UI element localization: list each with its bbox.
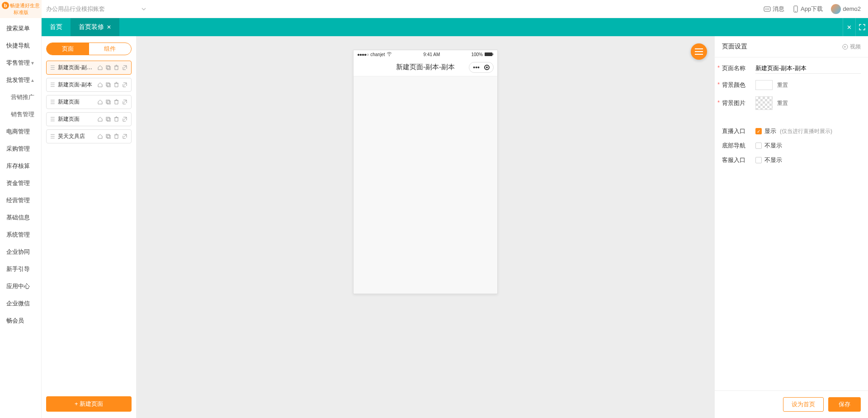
sidebar-item-label: 基础信息 bbox=[6, 214, 30, 222]
account-name: 办公用品行业模拟账套 bbox=[46, 5, 105, 13]
page-list-panel: 页面 组件 ☰新建页面-副本-...☰新建页面-副本☰新建页面☰新建页面☰昊天文… bbox=[42, 36, 137, 418]
phone-preview: ●●●●○ chanjet 9:41 AM 100% 新建页面-副本-副本 ••… bbox=[353, 50, 498, 294]
bgimg-reset[interactable]: 重置 bbox=[777, 100, 788, 107]
close-icon[interactable]: ✕ bbox=[107, 24, 111, 30]
new-page-button[interactable]: + 新建页面 bbox=[46, 396, 132, 412]
drag-icon[interactable]: ☰ bbox=[50, 133, 55, 140]
sidebar-item-11[interactable]: 基础信息 bbox=[0, 209, 41, 226]
video-tutorial-link[interactable]: 视频 bbox=[842, 43, 861, 51]
logo[interactable]: b畅捷通好生意 标准版 bbox=[0, 0, 42, 18]
delete-icon[interactable] bbox=[113, 65, 119, 71]
sidebar-item-label: 营销推广 bbox=[11, 93, 34, 101]
more-icon: ••• bbox=[473, 64, 480, 71]
page-row-4[interactable]: ☰昊天文具店 bbox=[46, 129, 132, 143]
page-row-0[interactable]: ☰新建页面-副本-... bbox=[46, 61, 132, 75]
delete-icon[interactable] bbox=[113, 133, 119, 140]
sidebar-item-9[interactable]: 资金管理 bbox=[0, 175, 41, 192]
tab-home-label: 首页 bbox=[50, 23, 62, 31]
fullscreen-button[interactable] bbox=[855, 18, 868, 36]
phone-body[interactable] bbox=[354, 76, 497, 294]
sidebar-item-16[interactable]: 企业微信 bbox=[0, 295, 41, 312]
share-icon[interactable] bbox=[121, 99, 127, 105]
logo-edition: 标准版 bbox=[14, 9, 28, 16]
page-row-2[interactable]: ☰新建页面 bbox=[46, 95, 132, 109]
tab-close-all-button[interactable]: ✕ bbox=[843, 18, 855, 36]
sidebar-item-10[interactable]: 经营管理 bbox=[0, 192, 41, 209]
share-icon[interactable] bbox=[121, 116, 127, 123]
sidebar-item-label: 新手引导 bbox=[6, 265, 30, 273]
sidebar-item-13[interactable]: 企业协同 bbox=[0, 243, 41, 261]
video-label: 视频 bbox=[850, 43, 861, 51]
account-selector[interactable]: 办公用品行业模拟账套 bbox=[46, 5, 146, 13]
home-icon[interactable] bbox=[97, 65, 103, 71]
segment-page[interactable]: 页面 bbox=[47, 43, 89, 55]
bgimg-label: 背景图片 bbox=[722, 99, 755, 107]
sidebar-item-6[interactable]: 电商管理 bbox=[0, 123, 41, 140]
wifi-icon bbox=[387, 52, 392, 57]
bgcolor-label: 背景颜色 bbox=[722, 81, 755, 89]
messages-button[interactable]: 消息 bbox=[764, 5, 784, 13]
sidebar-item-2[interactable]: 零售管理▼ bbox=[0, 54, 41, 71]
sidebar-item-label: 系统管理 bbox=[6, 231, 30, 239]
home-icon[interactable] bbox=[97, 133, 103, 140]
save-button[interactable]: 保存 bbox=[828, 397, 861, 412]
sidebar-item-label: 电商管理 bbox=[6, 128, 30, 136]
sidebar-item-14[interactable]: 新手引导 bbox=[0, 261, 41, 278]
bottom-nav-checkbox[interactable] bbox=[755, 142, 762, 149]
page-row-name: 昊天文具店 bbox=[58, 133, 94, 140]
share-icon[interactable] bbox=[121, 65, 127, 71]
page-row-1[interactable]: ☰新建页面-副本 bbox=[46, 78, 132, 92]
live-show-checkbox[interactable]: ✓ bbox=[755, 128, 762, 134]
share-icon[interactable] bbox=[121, 133, 127, 140]
bgcolor-reset[interactable]: 重置 bbox=[777, 81, 788, 89]
copy-icon[interactable] bbox=[105, 116, 111, 123]
segment-component[interactable]: 组件 bbox=[89, 43, 132, 55]
sidebar-item-7[interactable]: 采购管理 bbox=[0, 140, 41, 157]
svg-point-2 bbox=[767, 9, 768, 10]
share-icon[interactable] bbox=[121, 82, 127, 88]
tab-home[interactable]: 首页 bbox=[42, 18, 71, 36]
delete-icon[interactable] bbox=[113, 82, 119, 88]
drag-icon[interactable]: ☰ bbox=[50, 65, 55, 71]
sidebar-item-label: 企业协同 bbox=[6, 248, 30, 256]
svg-rect-8 bbox=[106, 83, 109, 86]
caret-up-icon: ▲ bbox=[30, 78, 35, 83]
svg-rect-17 bbox=[485, 52, 492, 56]
copy-icon[interactable] bbox=[105, 99, 111, 105]
sidebar-item-3[interactable]: 批发管理▲ bbox=[0, 71, 41, 89]
sidebar-item-17[interactable]: 畅会员 bbox=[0, 312, 41, 329]
phone-icon bbox=[793, 5, 799, 13]
delete-icon[interactable] bbox=[113, 99, 119, 105]
service-checkbox[interactable] bbox=[755, 157, 762, 163]
home-icon[interactable] bbox=[97, 99, 103, 105]
sidebar-item-label: 批发管理 bbox=[6, 76, 30, 84]
drag-icon[interactable]: ☰ bbox=[50, 82, 55, 88]
sidebar-item-15[interactable]: 应用中心 bbox=[0, 278, 41, 295]
canvas: ●●●●○ chanjet 9:41 AM 100% 新建页面-副本-副本 ••… bbox=[137, 36, 714, 418]
copy-icon[interactable] bbox=[105, 65, 111, 71]
home-icon[interactable] bbox=[97, 82, 103, 88]
sidebar-item-12[interactable]: 系统管理 bbox=[0, 226, 41, 243]
copy-icon[interactable] bbox=[105, 133, 111, 140]
drag-icon[interactable]: ☰ bbox=[50, 99, 55, 105]
sidebar-item-4[interactable]: 营销推广 bbox=[0, 89, 41, 106]
sidebar-item-0[interactable]: 搜索菜单 bbox=[0, 20, 41, 37]
app-download-button[interactable]: App下载 bbox=[793, 5, 823, 13]
user-menu[interactable]: demo2 bbox=[831, 4, 861, 14]
sidebar-item-5[interactable]: 销售管理 bbox=[0, 106, 41, 123]
page-name-input[interactable] bbox=[755, 63, 861, 74]
drag-icon[interactable]: ☰ bbox=[50, 116, 55, 123]
tab-decorate[interactable]: 首页装修 ✕ bbox=[71, 18, 119, 36]
bgcolor-picker[interactable] bbox=[755, 80, 773, 90]
page-row-3[interactable]: ☰新建页面 bbox=[46, 112, 132, 126]
delete-icon[interactable] bbox=[113, 116, 119, 123]
floating-menu-button[interactable] bbox=[691, 43, 707, 60]
set-home-button[interactable]: 设为首页 bbox=[783, 397, 824, 412]
sidebar: 搜索菜单快捷导航零售管理▼批发管理▲营销推广销售管理电商管理采购管理库存核算资金… bbox=[0, 18, 42, 418]
sidebar-item-1[interactable]: 快捷导航 bbox=[0, 37, 41, 54]
home-icon[interactable] bbox=[97, 116, 103, 123]
miniprogram-capsule[interactable]: ••• bbox=[469, 62, 494, 73]
bgimg-picker[interactable] bbox=[755, 96, 773, 110]
copy-icon[interactable] bbox=[105, 82, 111, 88]
sidebar-item-8[interactable]: 库存核算 bbox=[0, 157, 41, 175]
